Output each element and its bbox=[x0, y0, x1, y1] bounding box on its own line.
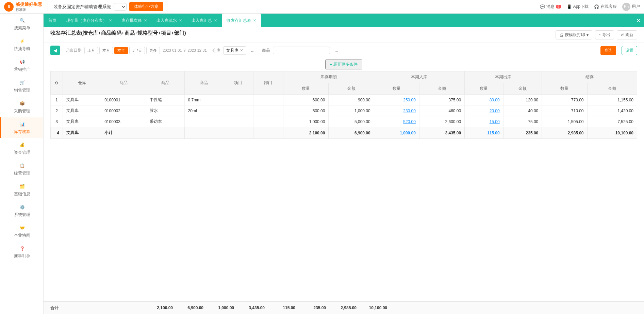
logo-tag: 标准版 bbox=[16, 7, 42, 12]
tab-in-out-summary[interactable]: 出入库汇总 ✕ bbox=[187, 14, 222, 27]
row-in-qty[interactable]: 520.00 bbox=[374, 116, 419, 127]
subtotal-warehouse: 文具库 bbox=[63, 127, 101, 139]
filter-collapse-button[interactable]: ◀ bbox=[50, 46, 60, 55]
marketing-icon: 📢 bbox=[19, 59, 26, 65]
goods-more[interactable]: ... bbox=[333, 47, 340, 53]
date-btn-this-month[interactable]: 本月 bbox=[99, 47, 113, 54]
subtotal-out-qty[interactable]: 115.00 bbox=[465, 127, 503, 139]
date-btn-last-month[interactable]: 上月 bbox=[84, 47, 98, 54]
sidebar-label-quick-nav: 快捷导航 bbox=[14, 46, 30, 52]
subtotal-in-qty[interactable]: 1,000.00 bbox=[374, 127, 419, 139]
top-header: 6 畅捷通好生意 标准版 装备及固定资产辅助管理系统 体验行业方案 💬 消息 6… bbox=[0, 0, 644, 14]
print-button[interactable]: 🖨 按模板打印 ▾ bbox=[556, 30, 592, 39]
tab-batch-ledger-close[interactable]: ✕ bbox=[144, 18, 147, 23]
tab-stock-summary-close[interactable]: ✕ bbox=[253, 18, 256, 23]
in-qty-link[interactable]: 230.00 bbox=[403, 109, 416, 113]
export-button[interactable]: ↑ 导出 bbox=[595, 30, 614, 39]
col-settings[interactable]: ⚙ bbox=[51, 71, 63, 95]
row-out-qty[interactable]: 20.00 bbox=[465, 105, 503, 116]
query-button[interactable]: 查询 bbox=[600, 46, 616, 55]
content-area: 首页 现存量（库存分布表） ✕ 库存批次账 ✕ 出入库流水 ✕ 出入库汇总 ✕ … bbox=[44, 14, 644, 314]
settings-button[interactable]: 设置 bbox=[622, 46, 637, 55]
logo-area: 6 畅捷通好生意 标准版 bbox=[4, 1, 42, 12]
row-dept bbox=[253, 95, 283, 105]
row-project bbox=[223, 95, 253, 105]
date-btn-7days[interactable]: 近7天 bbox=[129, 47, 145, 54]
row-open-qty: 1,000.00 bbox=[283, 116, 329, 127]
user-label: 用户 bbox=[632, 4, 640, 10]
row-in-qty[interactable]: 230.00 bbox=[374, 105, 419, 116]
system-selector[interactable] bbox=[114, 3, 127, 11]
sidebar-item-finance[interactable]: 💰 资金管理 bbox=[0, 138, 43, 159]
tab-in-out-summary-close[interactable]: ✕ bbox=[214, 18, 217, 23]
refresh-button[interactable]: ↺ 刷新 bbox=[617, 30, 637, 39]
subtotal-no: 4 bbox=[51, 127, 63, 139]
avatar: Ea bbox=[622, 3, 630, 11]
warehouse-tag-remove[interactable]: ✕ bbox=[240, 48, 243, 53]
messages-action[interactable]: 💬 消息 6 bbox=[540, 4, 561, 10]
sidebar-item-system[interactable]: ⚙️ 系统管理 bbox=[0, 200, 43, 221]
row-out-qty[interactable]: 15.00 bbox=[465, 116, 503, 127]
sidebar-item-quick-nav[interactable]: ⚡ 快捷导航 bbox=[0, 34, 43, 55]
tab-in-out-flow[interactable]: 出入库流水 ✕ bbox=[152, 14, 187, 27]
row-in-amount: 2,600.00 bbox=[419, 116, 464, 127]
warehouse-more[interactable]: ... bbox=[249, 47, 257, 53]
in-qty-link[interactable]: 250.00 bbox=[403, 98, 416, 102]
in-qty-link[interactable]: 520.00 bbox=[403, 119, 416, 124]
main-layout: 🔍 搜索菜单 ⚡ 快捷导航 📢 营销推广 🛒 销售管理 📦 采购管理 📊 库存核… bbox=[0, 14, 644, 314]
subtotal-out-qty-link[interactable]: 115.00 bbox=[487, 131, 500, 135]
subtotal-in-qty-link[interactable]: 1,000.00 bbox=[400, 131, 416, 135]
sidebar-item-inventory[interactable]: 📊 库存核算 bbox=[0, 117, 43, 138]
goods-filter-input[interactable] bbox=[273, 47, 330, 54]
date-btn-this-year[interactable]: 本年 bbox=[114, 47, 128, 54]
row-goods-name: 胶水 bbox=[146, 105, 184, 116]
out-qty-link[interactable]: 20.00 bbox=[490, 109, 500, 113]
row-out-qty[interactable]: 80.00 bbox=[465, 95, 503, 105]
tab-inventory-dist-close[interactable]: ✕ bbox=[109, 18, 112, 23]
row-goods-name: 中性笔 bbox=[146, 95, 184, 105]
sidebar-item-purchase[interactable]: 📦 采购管理 bbox=[0, 97, 43, 117]
col-dept: 部门 bbox=[253, 71, 283, 95]
subtotal-label: 小计 bbox=[101, 127, 146, 139]
online-service-label: 在线客服 bbox=[600, 4, 617, 10]
row-in-amount: 460.00 bbox=[419, 105, 464, 116]
row-in-qty[interactable]: 250.00 bbox=[374, 95, 419, 105]
row-close-qty: 770.00 bbox=[542, 95, 587, 105]
headset-icon: 🎧 bbox=[594, 4, 599, 9]
expand-conditions-button[interactable]: ▾ 展开更多条件 bbox=[325, 60, 362, 69]
col-goods-name: 商品 bbox=[146, 71, 184, 95]
app-download-action[interactable]: 📱 App下载 bbox=[567, 4, 589, 10]
tab-in-out-flow-close[interactable]: ✕ bbox=[179, 18, 182, 23]
goods-filter-label: 商品 bbox=[262, 48, 270, 53]
tab-inventory-dist[interactable]: 现存量（库存分布表） ✕ bbox=[61, 14, 117, 27]
search-icon: 🔍 bbox=[19, 17, 26, 24]
page-header-bar: 收发存汇总表(按仓库+商品编码+商品+规格型号+项目+部门) 🖨 按模板打印 ▾… bbox=[44, 27, 644, 43]
sidebar-item-sales[interactable]: 🛒 销售管理 bbox=[0, 76, 43, 97]
global-close-button[interactable]: ✕ bbox=[636, 17, 641, 24]
out-qty-link[interactable]: 80.00 bbox=[490, 98, 500, 102]
sidebar-item-operations[interactable]: 📋 经营管理 bbox=[0, 159, 43, 180]
tab-home[interactable]: 首页 bbox=[44, 14, 61, 27]
out-qty-link[interactable]: 15.00 bbox=[490, 119, 500, 124]
sidebar-label-purchase: 采购管理 bbox=[14, 108, 30, 114]
warehouse-tag[interactable]: 文具库 ✕ bbox=[223, 46, 246, 55]
sidebar-item-base-info[interactable]: 🗂️ 基础信息 bbox=[0, 180, 43, 200]
sidebar-item-marketing[interactable]: 📢 营销推广 bbox=[0, 55, 43, 76]
sidebar-item-cooperation[interactable]: 🤝 企业协同 bbox=[0, 221, 43, 242]
sales-icon: 🛒 bbox=[19, 79, 26, 86]
tab-batch-ledger[interactable]: 库存批次账 ✕ bbox=[117, 14, 152, 27]
messages-label: 消息 bbox=[546, 4, 555, 10]
sidebar-item-beginner[interactable]: ❓ 新手引导 bbox=[0, 242, 43, 263]
footer-out-qty: 115.00 bbox=[268, 305, 299, 310]
date-btn-more[interactable]: 更多 bbox=[146, 47, 160, 54]
subtotal-project bbox=[223, 127, 253, 139]
tab-stock-summary[interactable]: 收发存汇总表 ✕ bbox=[222, 14, 261, 27]
export-icon: ↑ bbox=[599, 33, 601, 37]
sidebar-item-search[interactable]: 🔍 搜索菜单 bbox=[0, 14, 43, 34]
row-warehouse: 文具库 bbox=[63, 105, 101, 116]
row-open-amount: 5,000.00 bbox=[329, 116, 374, 127]
online-service-action[interactable]: 🎧 在线客服 bbox=[594, 4, 617, 10]
table-row: 2 文具库 0100002 胶水 20ml 500.00 1,000.00 23… bbox=[51, 105, 637, 116]
trial-button[interactable]: 体验行业方案 bbox=[129, 2, 163, 11]
user-action[interactable]: Ea 用户 bbox=[622, 3, 640, 11]
